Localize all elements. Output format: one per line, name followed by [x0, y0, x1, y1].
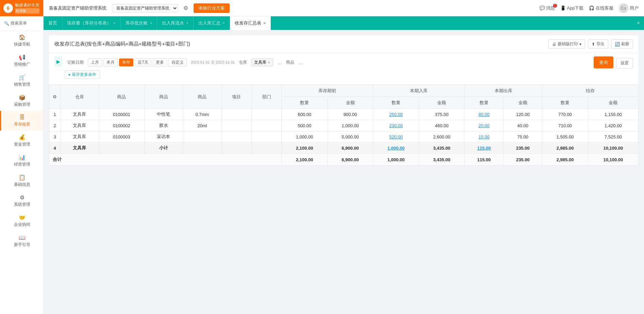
tab-home[interactable]: 首页 — [44, 16, 62, 30]
sidebar-item-finance[interactable]: 💰 资金管理 — [0, 131, 43, 151]
settings-icon[interactable]: ⚙ — [183, 5, 188, 11]
sidebar-item-inventory[interactable]: 🗄 库存核算 — [0, 111, 43, 131]
warehouse-tag[interactable]: 文具库 × — [251, 59, 273, 66]
settings2-button[interactable]: 设置 — [616, 58, 633, 68]
tab-inventory-dist[interactable]: 现存量（库存分布表） × — [62, 16, 121, 30]
tab-inout-flow-close[interactable]: × — [186, 21, 188, 26]
basic-icon: 📋 — [19, 174, 26, 181]
date-label: 记账日期 — [67, 60, 84, 65]
row-out-qty[interactable]: 80.00 — [465, 109, 503, 120]
export-button[interactable]: ⬆ 导出 — [588, 39, 608, 49]
sidebar-item-system[interactable]: ⚙ 系统管理 — [0, 191, 43, 211]
marketing-label: 营销推广 — [14, 62, 30, 67]
tab-inout-flow[interactable]: 出入库流水 × — [157, 16, 194, 30]
date-btn-custom[interactable]: 自定义 — [168, 59, 187, 66]
tab-inout-summary[interactable]: 出入库汇总 × — [194, 16, 230, 30]
sidebar-item-enterprise[interactable]: 🤝 企业协同 — [0, 211, 43, 231]
footer-bal-qty: 2,985.00 — [542, 154, 588, 166]
row-in-qty[interactable]: 250.00 — [373, 109, 419, 120]
refresh-button[interactable]: 🔄 刷新 — [611, 39, 633, 49]
sidebar-search-area[interactable]: 🔍 搜索菜单 — [0, 16, 43, 31]
date-btn-this-year[interactable]: 本年 — [119, 59, 133, 66]
in-qty-link[interactable]: 230.00 — [389, 123, 403, 128]
app-download-area[interactable]: 📱 App下载 — [560, 5, 583, 11]
close-all-tabs-button[interactable]: × — [633, 20, 644, 26]
row-out-qty[interactable]: 20.00 — [465, 120, 503, 131]
date-btn-more[interactable]: 更多 — [153, 59, 167, 66]
expand-conditions-button[interactable]: ▾ 展开更多条件 — [65, 70, 100, 79]
table-settings-header[interactable]: ⚙ — [49, 85, 61, 109]
warehouse-dots[interactable]: ... — [277, 60, 282, 66]
row-warehouse: 文具库 — [61, 109, 99, 120]
print-button[interactable]: 🖨 拨销版打印 ▾ — [548, 39, 585, 49]
out-qty-link[interactable]: 15.00 — [478, 134, 490, 139]
tab-recv-send-close[interactable]: × — [263, 21, 266, 26]
goods-dots[interactable]: ... — [298, 60, 303, 66]
row-project — [221, 120, 251, 131]
export-label: 导出 — [596, 41, 605, 47]
online-service-area[interactable]: 🎧 在线客服 — [589, 5, 613, 11]
warehouse-tag-close-icon[interactable]: × — [268, 60, 270, 65]
row-bal-qty: 710.00 — [542, 120, 588, 131]
sidebar-item-purchase[interactable]: 📦 采购管理 — [0, 91, 43, 111]
date-btn-this-month[interactable]: 本月 — [103, 59, 118, 66]
footer-out-qty: 115.00 — [465, 154, 503, 166]
out-qty-link[interactable]: 80.00 — [478, 112, 490, 117]
row-out-qty[interactable]: 15.00 — [465, 131, 503, 143]
row-dept — [252, 109, 282, 120]
date-btn-last-month[interactable]: 上月 — [88, 59, 102, 66]
row-in-qty[interactable]: 230.00 — [373, 120, 419, 131]
search-menu-label: 搜索菜单 — [11, 20, 27, 26]
message-area[interactable]: 💬 6 消息 — [540, 5, 555, 11]
user-area[interactable]: Ea 用户 — [619, 3, 639, 13]
tab-batch[interactable]: 库存批次账 × — [121, 16, 157, 30]
in-qty-link[interactable]: 1,000.00 — [387, 146, 405, 151]
row-in-qty[interactable]: 520.00 — [373, 131, 419, 143]
row-in-qty[interactable]: 1,000.00 — [373, 143, 419, 154]
system-select[interactable]: 装备及固定资产辅助管理系统 — [112, 4, 178, 12]
sidebar-item-basic[interactable]: 📋 基础信息 — [0, 171, 43, 191]
sidebar-item-guide[interactable]: 📖 新手引导 — [0, 231, 43, 251]
filter-collapse-button[interactable]: ▶ — [54, 56, 62, 67]
warehouse-tag-value: 文具库 — [254, 60, 266, 65]
out-qty-link[interactable]: 115.00 — [477, 146, 491, 151]
row-out-qty[interactable]: 115.00 — [465, 143, 503, 154]
system-label: 系统管理 — [14, 202, 30, 208]
opening-group-header: 库存期初 — [282, 85, 373, 97]
sidebar-item-sales[interactable]: 🛒 销售管理 — [0, 71, 43, 91]
data-table-wrap: ⚙ 仓库 商品 商品 商品 项目 部门 库存期初 本期入库 本期出库 结存 数量 — [49, 85, 639, 166]
footer-out-amt: 235.00 — [503, 154, 542, 166]
tab-inout-summary-close[interactable]: × — [222, 21, 225, 26]
in-qty-header: 数量 — [373, 97, 419, 109]
query-button[interactable]: 查询 — [594, 56, 613, 68]
logo-title: 畅捷通好生意 — [15, 3, 39, 8]
filter-row-2: ▾ 展开更多条件 — [54, 70, 633, 79]
table-row: 2 文具库 0100002 胶水 20ml 500.00 1,000.00 23… — [49, 120, 639, 131]
out-qty-link[interactable]: 20.00 — [478, 123, 490, 128]
purchase-icon: 📦 — [19, 94, 26, 101]
in-qty-link[interactable]: 520.00 — [389, 134, 403, 139]
refresh-icon: 🔄 — [615, 42, 620, 47]
row-goods-code — [99, 143, 144, 154]
row-warehouse: 文具库 — [61, 143, 99, 154]
sidebar-item-operations[interactable]: 📊 经营管理 — [0, 151, 43, 171]
row-goods-name: 小计 — [145, 143, 183, 154]
trial-button[interactable]: 体验行业方案 — [194, 3, 230, 13]
tab-batch-close[interactable]: × — [150, 21, 152, 26]
tab-recv-send[interactable]: 收发存汇总表 × — [230, 16, 271, 30]
date-btn-7days[interactable]: 近7天 — [135, 59, 151, 66]
row-bal-qty: 2,985.00 — [542, 143, 588, 154]
row-dept — [252, 120, 282, 131]
search-menu-button[interactable]: 🔍 搜索菜单 — [3, 19, 40, 28]
tab-inventory-dist-close[interactable]: × — [113, 21, 116, 26]
expand-icon: ▾ — [68, 72, 70, 77]
quick-nav-label: 快捷导航 — [14, 42, 30, 47]
in-qty-link[interactable]: 250.00 — [389, 112, 403, 117]
app-download-label: App下载 — [567, 5, 583, 11]
sidebar-item-quick-nav[interactable]: 🏠 快捷导航 — [0, 31, 43, 51]
table-row: 4 文具库 小计 2,100.00 6,900.00 1,000.00 3,43… — [49, 143, 639, 154]
out-amt-header: 金额 — [503, 97, 542, 109]
sidebar-item-marketing[interactable]: 📢 营销推广 — [0, 51, 43, 71]
row-in-amt: 460.00 — [419, 120, 464, 131]
row-bal-amt: 10,100.00 — [588, 143, 638, 154]
